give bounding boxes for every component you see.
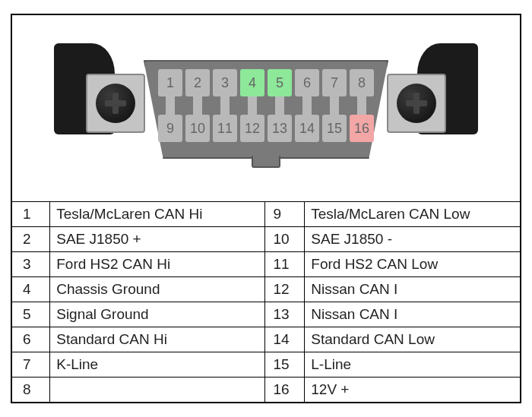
pin-grid: 12345678 910111213141516 (156, 69, 376, 142)
screw-plate-right (387, 74, 446, 133)
pin-15: 15 (322, 115, 347, 142)
pin-num-left: 8 (12, 377, 50, 402)
screw-icon (397, 84, 436, 123)
pin-num-left: 3 (12, 251, 50, 276)
pin-7: 7 (322, 69, 347, 96)
pin-label-right: 12V + (305, 377, 520, 402)
table-row: 2SAE J1850 +10SAE J1850 - (12, 226, 520, 251)
pin-label-left: Ford HS2 CAN Hi (50, 251, 265, 276)
pin-label-left: Standard CAN Hi (50, 327, 265, 352)
pin-5: 5 (268, 69, 292, 96)
pin-12: 12 (240, 115, 264, 142)
pin-num-left: 5 (12, 302, 50, 327)
page: 12345678 910111213141516 1Tesla/McLaren … (0, 0, 532, 417)
pin-num-right: 10 (265, 226, 305, 251)
table-row: 5Signal Ground13Nissan CAN I (12, 302, 520, 327)
pin-label-right: Standard CAN Low (305, 327, 520, 352)
pin-num-right: 16 (265, 377, 305, 402)
pin-num-right: 11 (265, 251, 305, 276)
pin-1: 1 (158, 69, 182, 96)
pin-label-left: SAE J1850 + (50, 226, 265, 251)
pin-num-left: 4 (12, 276, 50, 302)
pin-16: 16 (350, 115, 374, 142)
pin-label-left: Signal Ground (50, 302, 265, 327)
pin-num-left: 6 (12, 327, 50, 352)
pin-3: 3 (213, 69, 237, 96)
diagram-frame: 12345678 910111213141516 1Tesla/McLaren … (11, 14, 521, 403)
pin-14: 14 (295, 115, 319, 142)
pin-label-left: Tesla/McLaren CAN Hi (50, 201, 265, 226)
table-row: 1Tesla/McLaren CAN Hi9Tesla/McLaren CAN … (12, 201, 520, 226)
pin-11: 11 (213, 115, 237, 142)
pin-num-right: 12 (265, 276, 305, 302)
pin-label-right: SAE J1850 - (305, 226, 520, 251)
pin-num-left: 7 (12, 352, 50, 377)
pin-row-bottom: 910111213141516 (156, 115, 376, 142)
pin-label-right: L-Line (305, 352, 520, 377)
pin-label-right: Ford HS2 CAN Low (305, 251, 520, 276)
pin-label-left (50, 377, 265, 402)
pin-13: 13 (268, 115, 292, 142)
pin-label-right: Nissan CAN I (305, 302, 520, 327)
pin-8: 8 (350, 69, 374, 96)
connector-diagram: 12345678 910111213141516 (12, 15, 520, 201)
pin-num-right: 13 (265, 302, 305, 327)
pin-label-left: Chassis Ground (50, 276, 265, 302)
pin-num-left: 1 (12, 201, 50, 226)
pin-10: 10 (185, 115, 210, 142)
screw-icon (96, 84, 135, 123)
screw-plate-left (86, 74, 145, 133)
connector-tab (252, 156, 280, 168)
pinout-table: 1Tesla/McLaren CAN Hi9Tesla/McLaren CAN … (12, 201, 520, 403)
pin-label-right: Tesla/McLaren CAN Low (305, 201, 520, 226)
table-row: 81612V + (12, 377, 520, 402)
table-row: 6Standard CAN Hi14Standard CAN Low (12, 327, 520, 352)
pin-label-right: Nissan CAN I (305, 276, 520, 302)
pin-6: 6 (295, 69, 319, 96)
table-row: 4Chassis Ground12Nissan CAN I (12, 276, 520, 302)
obd-connector: 12345678 910111213141516 (54, 36, 478, 180)
pin-num-right: 15 (265, 352, 305, 377)
pin-2: 2 (185, 69, 210, 96)
table-row: 7K-Line15L-Line (12, 352, 520, 377)
pin-num-right: 9 (265, 201, 305, 226)
table-row: 3Ford HS2 CAN Hi11Ford HS2 CAN Low (12, 251, 520, 276)
pin-label-left: K-Line (50, 352, 265, 377)
pin-num-right: 14 (265, 327, 305, 352)
pin-4: 4 (240, 69, 264, 96)
pin-num-left: 2 (12, 226, 50, 251)
pin-9: 9 (158, 115, 182, 142)
pin-row-top: 12345678 (156, 69, 376, 96)
